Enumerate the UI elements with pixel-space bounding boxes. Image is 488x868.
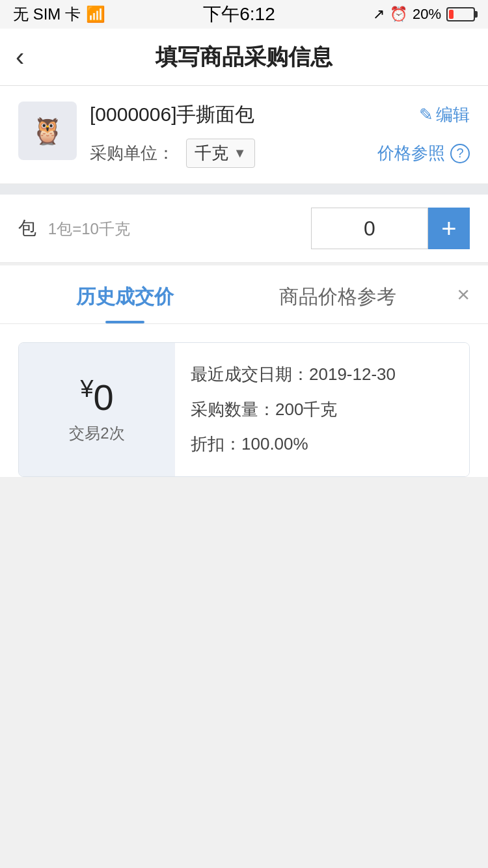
back-button[interactable]: ‹ xyxy=(16,42,24,72)
discount-value: 100.00% xyxy=(241,434,308,454)
price-reference-button[interactable]: 价格参照 ? xyxy=(377,142,470,165)
quantity-label-section: 包 1包=10千克 xyxy=(18,216,130,241)
nav-bar: ‹ 填写商品采购信息 xyxy=(0,29,488,86)
quantity-input-group: + xyxy=(311,208,470,249)
section-divider xyxy=(0,184,488,195)
recent-date-value: 2019-12-30 xyxy=(309,364,396,384)
history-card: ¥0 交易2次 最近成交日期：2019-12-30 采购数量：200千克 折扣：… xyxy=(18,342,470,477)
discount-row: 折扣：100.00% xyxy=(191,431,454,458)
quantity-detail-value: 200千克 xyxy=(275,400,337,419)
quantity-detail-label: 采购数量： xyxy=(191,400,275,419)
currency-symbol: ¥ xyxy=(80,375,93,402)
edit-icon: ✎ xyxy=(419,105,433,125)
product-card: 🦉 [0000006]手撕面包 ✎ 编辑 采购单位： 千克 ▼ 价格参照 ? xyxy=(0,86,488,184)
price-ref-label: 价格参照 xyxy=(377,142,445,165)
wifi-icon: 📶 xyxy=(86,5,105,23)
unit-section: 采购单位： 千克 ▼ xyxy=(90,139,255,168)
quantity-unit-label: 包 xyxy=(18,218,36,238)
edit-button[interactable]: ✎ 编辑 xyxy=(419,103,470,126)
discount-label: 折扣： xyxy=(191,434,241,454)
quantity-plus-button[interactable]: + xyxy=(428,208,470,249)
tab-history-price[interactable]: 历史成交价 xyxy=(18,265,231,323)
product-thumbnail: 🦉 xyxy=(18,102,77,160)
tab-price-reference[interactable]: 商品价格参考 xyxy=(231,265,444,323)
edit-label: 编辑 xyxy=(436,103,470,126)
product-header: [0000006]手撕面包 ✎ 编辑 xyxy=(90,102,470,128)
unit-value: 千克 xyxy=(195,142,228,165)
status-left: 无 SIM 卡 📶 xyxy=(13,4,105,25)
tab-close-button[interactable]: × xyxy=(444,269,470,320)
recent-date-label: 最近成交日期： xyxy=(191,364,309,384)
page-title: 填写商品采购信息 xyxy=(156,42,332,72)
unit-selector[interactable]: 千克 ▼ xyxy=(186,139,255,168)
recent-date-row: 最近成交日期：2019-12-30 xyxy=(191,361,454,388)
status-bar: 无 SIM 卡 📶 下午6:12 ↗ ⏰ 20% xyxy=(0,0,488,29)
trade-count: 交易2次 xyxy=(69,423,124,444)
battery-icon xyxy=(446,7,475,21)
status-right: ↗ ⏰ 20% xyxy=(373,6,475,23)
battery-percent: 20% xyxy=(413,6,441,23)
quantity-input[interactable] xyxy=(311,208,428,249)
carrier-text: 无 SIM 卡 xyxy=(13,4,81,25)
product-thumb-icon: 🦉 xyxy=(31,116,64,146)
history-price-display: ¥0 xyxy=(80,375,113,418)
price-value: 0 xyxy=(93,376,113,417)
history-detail-section: 最近成交日期：2019-12-30 采购数量：200千克 折扣：100.00% xyxy=(175,343,469,476)
product-name: [0000006]手撕面包 xyxy=(90,102,254,128)
quantity-row: 包 1包=10千克 + xyxy=(0,195,488,263)
tabs-header: 历史成交价 商品价格参考 × xyxy=(0,265,488,324)
bottom-area xyxy=(0,495,488,868)
quantity-row-detail: 采购数量：200千克 xyxy=(191,396,454,424)
history-price-section: ¥0 交易2次 xyxy=(19,343,175,476)
unit-dropdown-arrow: ▼ xyxy=(234,146,247,161)
alarm-icon: ⏰ xyxy=(390,6,407,23)
product-info: [0000006]手撕面包 ✎ 编辑 采购单位： 千克 ▼ 价格参照 ? xyxy=(90,102,470,168)
status-time: 下午6:12 xyxy=(203,2,275,27)
quantity-conversion-label: 1包=10千克 xyxy=(48,220,130,237)
price-ref-help-icon: ? xyxy=(450,144,470,163)
battery-fill xyxy=(449,10,454,19)
tabs-panel: 历史成交价 商品价格参考 × ¥0 交易2次 最近成交日期：2019-12-30… xyxy=(0,265,488,477)
product-unit-row: 采购单位： 千克 ▼ 价格参照 ? xyxy=(90,139,470,168)
unit-label: 采购单位： xyxy=(90,143,174,163)
location-icon: ↗ xyxy=(373,6,385,23)
